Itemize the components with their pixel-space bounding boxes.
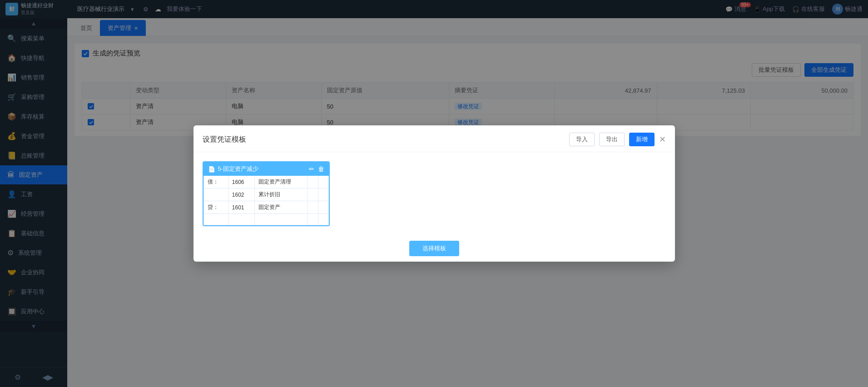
entry-code-2: 1602 [228,189,254,201]
export-btn[interactable]: 导出 [599,133,625,146]
entry-empty-4 [308,214,318,225]
entry-type-2 [203,189,228,201]
entry-empty-1 [203,214,228,225]
template-entries-table: 借： 1606 固定资产清理 1602 累计折旧 [203,176,329,225]
template-list: 📄 5-固定资产减少 ✏ 🗑 [203,161,666,226]
template-entry-row: 贷： 1601 固定资产 [203,201,328,214]
import-btn[interactable]: 导入 [569,133,595,146]
template-entry-row: 1602 累计折旧 [203,189,328,201]
template-entry-row [203,214,328,225]
entry-debit-3 [308,201,318,214]
modal-close-btn[interactable]: ✕ [659,133,666,146]
template-edit-btn[interactable]: ✏ [309,165,314,173]
template-card-body: 借： 1606 固定资产清理 1602 累计折旧 [203,176,329,225]
template-card-actions: ✏ 🗑 [309,165,324,173]
edit-icon: ✏ [309,165,314,173]
entry-credit-1 [318,176,328,189]
modal-footer: 选择模板 [193,235,675,262]
template-entry-row: 借： 1606 固定资产清理 [203,176,328,189]
template-card-name: 5-固定资产减少 [218,165,259,173]
modal-header: 设置凭证模板 导入 导出 新增 ✕ [193,125,675,152]
entry-code-1: 1606 [228,176,254,189]
select-template-btn[interactable]: 选择模板 [409,241,459,256]
entry-credit-2 [318,189,328,201]
delete-icon: 🗑 [318,165,324,173]
entry-type-3: 贷： [203,201,228,214]
template-card-5: 📄 5-固定资产减少 ✏ 🗑 [203,161,330,226]
entry-account-3: 固定资产 [254,201,308,214]
entry-account-1: 固定资产清理 [254,176,308,189]
voucher-template-modal: 设置凭证模板 导入 导出 新增 ✕ 📄 5-固定资产减少 [193,125,675,262]
modal-title: 设置凭证模板 [203,135,246,144]
modal-header-actions: 导入 导出 新增 ✕ [569,133,666,146]
entry-account-2: 累计折旧 [254,189,308,201]
modal-body: 📄 5-固定资产减少 ✏ 🗑 [193,152,675,235]
new-template-btn[interactable]: 新增 [629,133,655,146]
entry-type-1: 借： [203,176,228,189]
template-card-header: 📄 5-固定资产减少 ✏ 🗑 [203,162,329,176]
modal-overlay: 设置凭证模板 导入 导出 新增 ✕ 📄 5-固定资产减少 [0,0,868,387]
template-delete-btn[interactable]: 🗑 [318,165,324,173]
entry-empty-3 [254,214,308,225]
template-file-icon: 📄 [208,166,215,173]
entry-code-3: 1601 [228,201,254,214]
entry-debit-2 [308,189,318,201]
entry-empty-5 [318,214,328,225]
entry-empty-2 [228,214,254,225]
template-card-title: 📄 5-固定资产减少 [208,165,259,173]
entry-debit-1 [308,176,318,189]
entry-credit-3 [318,201,328,214]
